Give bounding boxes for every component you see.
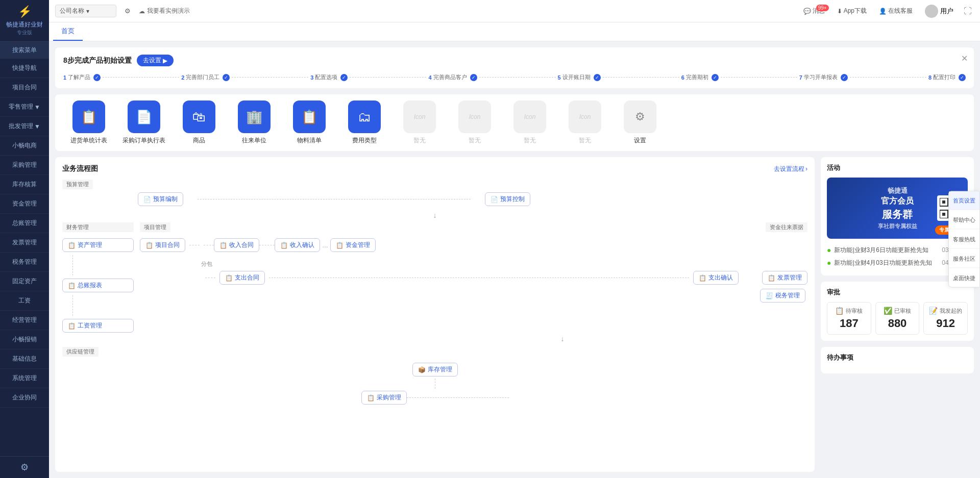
sidebar-item-payroll[interactable]: 工资 — [0, 291, 49, 311]
right-quick-help[interactable]: 帮助中心 — [949, 211, 979, 229]
quick-icon-empty-3[interactable]: Icon 暂无 — [504, 100, 555, 145]
news-item-1[interactable]: ● 新功能|业财3月6日功能更新抢先知 03月06日 — [827, 244, 968, 257]
online-service-btn[interactable]: 👤 在线客服 — [875, 5, 917, 17]
finance-section: 财务管理 📋 资产管理 📋 总账报表 — [62, 222, 134, 333]
step-5[interactable]: 5 设开账日期 ✓ — [558, 73, 601, 81]
sidebar-search[interactable]: 搜索菜单 — [0, 42, 49, 59]
news-item-2[interactable]: ● 新功能|业财4月03日功能更新抢先知 04月03日 — [827, 257, 968, 269]
sidebar-item-ecommerce[interactable]: 小畅电商 — [0, 136, 49, 156]
right-quick-hotline[interactable]: 客服热线 — [949, 230, 979, 248]
payroll-mgmt-node[interactable]: 📋 工资管理 — [62, 319, 134, 333]
sidebar-label: 资金管理 — [12, 200, 37, 207]
sidebar-settings-btn[interactable]: ⚙ — [0, 456, 49, 478]
expense-confirm-node[interactable]: 📋 支出确认 — [693, 271, 739, 285]
income-confirm-node[interactable]: 📋 收入确认 — [275, 238, 320, 252]
user-menu[interactable]: 用户 — [921, 3, 958, 20]
sidebar-item-assets[interactable]: 固定资产 — [0, 272, 49, 291]
right-quick-home-settings[interactable]: 首页设置 — [949, 191, 979, 210]
purchase-mgmt-node[interactable]: 📋 采购管理 — [361, 391, 407, 405]
expense-contract-node[interactable]: 📋 支出合同 — [219, 271, 265, 285]
setup-go-btn[interactable]: 去设置 ▶ — [137, 55, 174, 66]
quick-icon-bom[interactable]: 📋 物料清单 — [284, 100, 335, 145]
app-download-btn[interactable]: ⬇ App下载 — [833, 5, 871, 17]
approval-stat-done[interactable]: ✅ 已审核 880 — [875, 302, 920, 335]
budget-control-node[interactable]: 📄 预算控制 — [485, 192, 530, 206]
quick-icon-empty-4[interactable]: Icon 暂无 — [559, 100, 610, 145]
quick-icon-contacts[interactable]: 🏢 往来单位 — [229, 100, 280, 145]
right-quick-desktop[interactable]: 桌面快捷 — [949, 269, 979, 287]
quick-icon-settings[interactable]: ⚙ 设置 — [615, 100, 666, 145]
app-download-label: App下载 — [844, 7, 867, 15]
sidebar-item-inventory[interactable]: 库存核算 — [0, 175, 49, 194]
payroll-icon: 📋 — [68, 322, 76, 330]
step-3[interactable]: 3 配置选项 ✓ — [310, 73, 348, 81]
income-contract-node[interactable]: 📋 收入合同 — [214, 238, 259, 252]
message-btn[interactable]: 💬 消息 99+ — [799, 5, 829, 17]
topbar-settings-btn[interactable]: ⚙ — [120, 4, 135, 18]
project-contract-node[interactable]: 📋 项目合同 — [140, 238, 185, 252]
app-subtitle: 专业版 — [17, 29, 32, 36]
approval-stat-pending[interactable]: 📋 待审核 187 — [827, 302, 871, 335]
setup-btn-label: 去设置 — [143, 56, 161, 65]
quick-icon-expense-type[interactable]: 🗂 费用类型 — [339, 100, 390, 145]
tax-mgmt-node[interactable]: 🧾 税务管理 — [760, 289, 805, 303]
step-7[interactable]: 7 学习开单报表 ✓ — [799, 73, 848, 81]
company-selector[interactable]: 公司名称 ▾ — [55, 5, 116, 17]
stock-mgmt-node[interactable]: 📦 库存管理 — [412, 363, 458, 376]
sidebar-item-project[interactable]: 项目合同 — [0, 78, 49, 97]
pending-num: 187 — [831, 317, 867, 330]
tab-home[interactable]: 首页 — [53, 22, 83, 41]
settings-label: 设置 — [634, 136, 646, 145]
pending-icon: 📋 — [835, 307, 844, 315]
setup-header: 8步完成产品初始设置 去设置 ▶ — [63, 55, 966, 66]
quick-icon-empty-2[interactable]: Icon 暂无 — [449, 100, 500, 145]
step-1[interactable]: 1 了解产品 ✓ — [63, 73, 101, 81]
invoice-mgmt-node[interactable]: 📋 发票管理 — [762, 271, 807, 285]
sidebar-item-system[interactable]: 系统管理 — [0, 369, 49, 388]
sidebar-item-invoice[interactable]: 发票管理 — [0, 233, 49, 253]
capital-mgmt-node[interactable]: 📋 资金管理 — [330, 238, 376, 252]
contacts-icon: 🏢 — [238, 100, 271, 133]
right-quick-community[interactable]: 服务社区 — [949, 249, 979, 268]
sidebar-label: 工资 — [18, 297, 31, 304]
flow-config-link[interactable]: 去设置流程 › — [774, 165, 807, 173]
sidebar-item-quick-nav[interactable]: 快捷导航 — [0, 59, 49, 78]
sidebar-item-retail[interactable]: 零售管理 ▼ — [0, 97, 49, 117]
sidebar-item-enterprise[interactable]: 企业协同 — [0, 388, 49, 408]
setup-close-btn[interactable]: ✕ — [961, 54, 968, 63]
sidebar-item-mgmt[interactable]: 经营管理 — [0, 311, 49, 330]
step-8[interactable]: 8 配置打印 ✓ — [928, 73, 966, 81]
community-label: 服务社区 — [953, 255, 975, 261]
step-4[interactable]: 4 完善商品客户 ✓ — [428, 73, 477, 81]
asset-mgmt-node[interactable]: 📋 资产管理 — [62, 238, 134, 252]
sidebar-item-expense[interactable]: 小畅报销 — [0, 330, 49, 349]
help-label: 帮助中心 — [953, 216, 975, 222]
demo-link[interactable]: ☁ 我要看实例演示 — [139, 7, 190, 15]
doc-icon2: 📄 — [491, 196, 498, 203]
sidebar-item-wholesale[interactable]: 批发管理 ▼ — [0, 117, 49, 136]
service-icon: 👤 — [879, 8, 887, 15]
sidebar-item-fund[interactable]: 资金管理 — [0, 194, 49, 214]
sidebar-item-purchase[interactable]: 采购管理 — [0, 156, 49, 175]
step-6[interactable]: 6 完善期初 ✓ — [681, 73, 719, 81]
setup-card: 8步完成产品初始设置 去设置 ▶ 1 了解产品 ✓ 2 完善部门 — [55, 47, 974, 88]
hotline-label: 客服热线 — [953, 236, 975, 242]
sidebar-item-tax[interactable]: 税务管理 — [0, 253, 49, 272]
quick-icon-po-exec[interactable]: 📄 采购订单执行表 — [118, 100, 169, 145]
expand-icon[interactable]: ⛶ — [962, 7, 974, 16]
budget-make-node[interactable]: 📄 预算编制 — [138, 192, 183, 206]
ledger-report-node[interactable]: 📋 总账报表 — [62, 279, 134, 292]
sidebar-item-basic[interactable]: 基础信息 — [0, 349, 49, 369]
middle-section: 财务管理 📋 资产管理 📋 总账报表 — [62, 222, 807, 333]
sidebar-item-ledger[interactable]: 总账管理 — [0, 214, 49, 233]
sidebar-label: 基础信息 — [12, 355, 37, 362]
approval-stat-mine[interactable]: 📝 我发起的 912 — [923, 302, 968, 335]
mine-num: 912 — [928, 317, 963, 330]
message-badge: 99+ — [816, 5, 829, 11]
svg-rect-1 — [942, 200, 945, 204]
arrow-right-icon: ▶ — [163, 57, 167, 64]
quick-icon-purchase-stats[interactable]: 📋 进货单统计表 — [63, 100, 114, 145]
step-2[interactable]: 2 完善部门员工 ✓ — [181, 73, 230, 81]
quick-icon-empty-1[interactable]: Icon 暂无 — [394, 100, 445, 145]
quick-icon-goods[interactable]: 🛍 商品 — [174, 100, 225, 145]
